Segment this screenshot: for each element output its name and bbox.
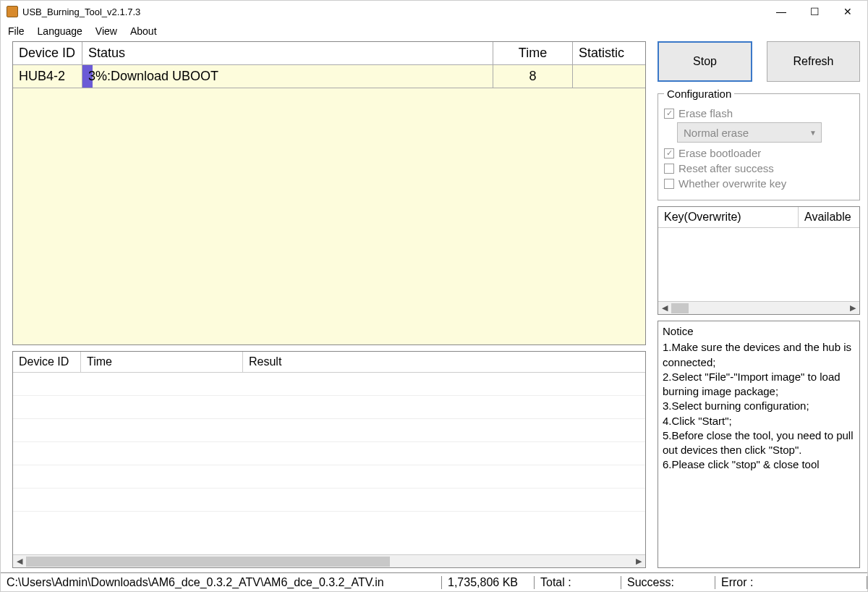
reset-after-checkbox[interactable]: Reset after success [664,162,854,174]
list-item [13,465,645,489]
rcol-result[interactable]: Result [243,352,645,372]
status-total: Total : [535,576,621,589]
list-item [13,442,645,465]
refresh-button[interactable]: Refresh [767,41,860,82]
maximize-button[interactable]: ☐ [798,1,831,22]
result-rows [13,373,645,554]
cell-device-id: HUB4-2 [13,65,82,88]
table-row[interactable]: HUB4-2 3%:Download UBOOT 8 [13,65,645,88]
notice-line: 4.Click "Start"; [663,414,855,428]
rcol-device-id[interactable]: Device ID [13,352,81,372]
key-overwrite-table: Key(Overwrite) Available ◀ ▶ [658,206,860,315]
status-size: 1,735,806 KB [442,576,535,589]
status-path: C:\Users\Admin\Downloads\AM6_dce_0.3.2_A… [1,576,442,589]
key-overwrite-body [658,228,859,301]
result-table: Device ID Time Result ◀ ▶ [12,351,646,568]
checkbox-icon [664,179,674,189]
scroll-thumb[interactable] [26,557,390,567]
status-bar: C:\Users\Admin\Downloads\AM6_dce_0.3.2_A… [1,572,867,591]
list-item [13,373,645,396]
key-hscroll[interactable]: ◀ ▶ [658,301,859,314]
chevron-down-icon: ▼ [809,129,817,137]
configuration-legend: Configuration [664,88,734,100]
erase-mode-select[interactable]: Normal erase ▼ [677,122,822,143]
checkbox-icon: ✓ [664,109,674,119]
rcol-time[interactable]: Time [81,352,243,372]
col-key-overwrite[interactable]: Key(Overwrite) [658,207,799,227]
notice-title: Notice [663,324,855,339]
erase-flash-label: Erase flash [678,107,733,119]
cell-time: 8 [493,65,573,88]
overwrite-key-label: Whether overwrite key [678,177,786,190]
overwrite-key-checkbox[interactable]: Whether overwrite key [664,177,854,190]
result-hscroll[interactable]: ◀ ▶ [13,554,645,567]
list-item [13,419,645,442]
erase-bootloader-checkbox[interactable]: ✓ Erase bootloader [664,147,854,159]
scroll-right-icon[interactable]: ▶ [632,557,645,566]
menu-file[interactable]: File [8,25,25,37]
erase-bootloader-label: Erase bootloader [678,147,761,159]
scroll-left-icon[interactable]: ◀ [13,557,26,566]
notice-panel: Notice 1.Make sure the devices and the h… [658,321,860,568]
configuration-group: Configuration ✓ Erase flash Normal erase… [658,88,860,200]
app-icon [7,6,18,17]
list-item [13,489,645,512]
menu-bar: File Language View About [1,22,867,41]
notice-line: 2.Select "File"-"Import image" to load b… [663,370,855,399]
scroll-right-icon[interactable]: ▶ [846,303,859,313]
reset-after-label: Reset after success [678,162,774,174]
checkbox-icon: ✓ [664,148,674,158]
col-available[interactable]: Available [799,207,859,227]
erase-mode-value: Normal erase [684,127,749,139]
menu-language[interactable]: Language [38,25,82,37]
scroll-thumb[interactable] [671,303,689,313]
notice-line: 1.Make sure the devices and the hub is c… [663,340,855,370]
checkbox-icon [664,164,674,174]
notice-line: 3.Select burning configuration; [663,399,855,413]
stop-button[interactable]: Stop [658,41,752,82]
close-button[interactable]: ✕ [831,1,864,22]
device-table: Device ID Status Time Statistic HUB4-2 3… [12,41,646,345]
col-time[interactable]: Time [493,42,573,64]
cell-statistic [573,65,645,88]
window-title: USB_Burning_Tool_v2.1.7.3 [22,7,140,17]
title-bar: USB_Burning_Tool_v2.1.7.3 — ☐ ✕ [1,1,867,22]
status-error: Error : [715,576,867,589]
erase-flash-checkbox[interactable]: ✓ Erase flash [664,107,854,119]
status-success: Success: [621,576,715,589]
col-device-id[interactable]: Device ID [13,42,82,64]
minimize-button[interactable]: — [765,1,798,22]
notice-line: 5.Before close the tool, you need to pul… [663,428,855,458]
col-status[interactable]: Status [82,42,493,64]
col-statistic[interactable]: Statistic [573,42,645,64]
menu-about[interactable]: About [130,25,157,37]
device-table-body [13,88,645,344]
scroll-left-icon[interactable]: ◀ [658,303,671,313]
list-item [13,396,645,419]
status-text: 3%:Download UBOOT [88,69,218,83]
notice-line: 6.Please click "stop" & close tool [663,457,855,472]
menu-view[interactable]: View [95,25,117,37]
cell-status: 3%:Download UBOOT [82,65,493,88]
